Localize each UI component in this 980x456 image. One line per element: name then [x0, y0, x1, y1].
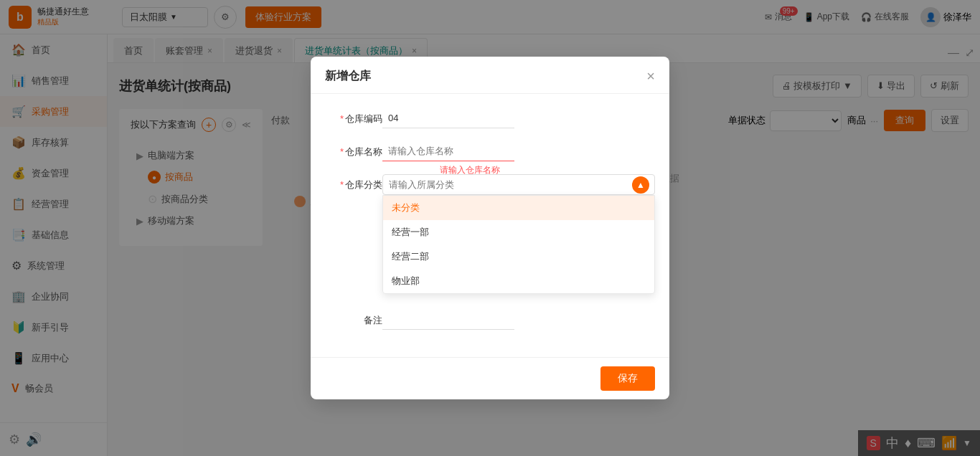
- modal-new-warehouse: 新增仓库 × 仓库编码 仓库名称 请输入仓库名称 仓库分类: [311, 57, 669, 399]
- category-dropdown-list: 未分类 经营一部 经营二部 物业部: [382, 195, 655, 294]
- category-input[interactable]: [382, 174, 655, 195]
- name-input-wrapper: 请输入仓库名称: [382, 141, 655, 161]
- modal-header: 新增仓库 ×: [311, 57, 669, 94]
- form-row-name: 仓库名称 请输入仓库名称: [325, 141, 655, 161]
- dropdown-item-property[interactable]: 物业部: [383, 269, 654, 293]
- code-input-wrapper: [382, 108, 655, 128]
- category-dropdown-toggle[interactable]: ▲: [632, 176, 649, 194]
- remark-input-wrapper: [382, 310, 655, 330]
- form-row-category: 仓库分类 ▲ 未分类 经营一部 经营二部 物业部: [325, 174, 655, 195]
- modal-title: 新增仓库: [325, 69, 371, 84]
- remark-label: 备注: [325, 310, 382, 327]
- modal-footer: 保存: [311, 357, 669, 399]
- dropdown-item-unclassified[interactable]: 未分类: [383, 196, 654, 220]
- modal-overlay[interactable]: 新增仓库 × 仓库编码 仓库名称 请输入仓库名称 仓库分类: [0, 0, 980, 456]
- category-input-wrapper: ▲ 未分类 经营一部 经营二部 物业部: [382, 174, 655, 195]
- dropdown-item-ops1[interactable]: 经营一部: [383, 220, 654, 244]
- modal-close-button[interactable]: ×: [646, 68, 655, 85]
- code-input[interactable]: [382, 108, 514, 128]
- dropdown-item-ops2[interactable]: 经营二部: [383, 244, 654, 269]
- name-input[interactable]: [382, 141, 514, 161]
- modal-body: 仓库编码 仓库名称 请输入仓库名称 仓库分类 ▲: [311, 94, 669, 357]
- form-row-code: 仓库编码: [325, 108, 655, 128]
- remark-input[interactable]: [382, 310, 514, 330]
- code-label: 仓库编码: [325, 108, 382, 125]
- modal-save-button[interactable]: 保存: [600, 366, 655, 391]
- name-label: 仓库名称: [325, 141, 382, 158]
- form-row-remark: 备注: [325, 310, 655, 330]
- category-label: 仓库分类: [325, 174, 382, 191]
